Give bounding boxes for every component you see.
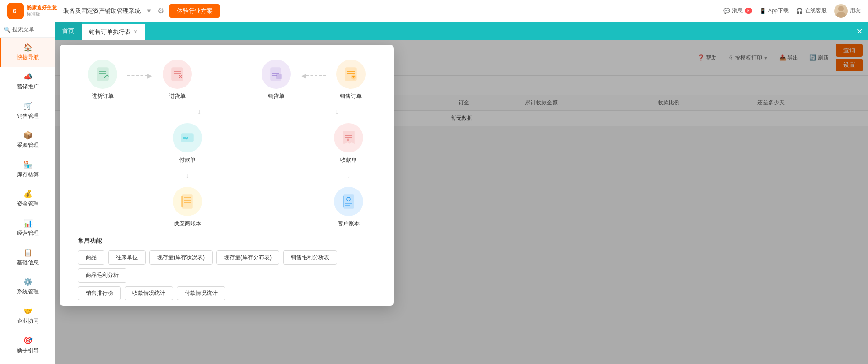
flow-row-arrows2: ↓ ↓ [78, 171, 376, 179]
sales-order-circle [336, 60, 366, 89]
arrow-1: ▶ [127, 72, 152, 79]
purchase-order-circle [88, 60, 117, 89]
sales-bill-circle [262, 60, 291, 89]
flow-modal: 进货订单 ▶ [60, 45, 394, 306]
sidebar-item-operations[interactable]: 📊 经营管理 [0, 213, 55, 243]
svg-rect-8 [172, 68, 183, 81]
sidebar-item-quick-nav[interactable]: 🏠 快捷导航 [0, 38, 55, 67]
trial-btn[interactable]: 体验行业方案 [169, 4, 220, 18]
message-icon: 💬 [723, 8, 730, 14]
svg-rect-36 [344, 195, 354, 208]
basic-icon: 📋 [23, 248, 33, 257]
func-btn-0[interactable]: 商品 [78, 250, 104, 265]
svg-text:6: 6 [13, 7, 16, 15]
logo-icon: 6 [7, 3, 24, 19]
message-badge: 5 [745, 8, 752, 14]
logo-area: 6 畅康通好生意 标准版 [7, 3, 58, 19]
modal-overlay: 进货订单 ▶ [55, 40, 868, 364]
sidebar-item-inventory[interactable]: 🏪 库存核算 [0, 155, 55, 184]
app-container: 6 畅康通好生意 标准版 装备及固定资产辅助管理系统 ▼ ⚙ 体验行业方案 💬 … [0, 0, 868, 364]
func-btn-8[interactable]: 付款情况统计 [177, 286, 225, 300]
finance-icon: 💰 [23, 190, 33, 198]
func-btn-7[interactable]: 收款情况统计 [125, 286, 173, 300]
settings-icon[interactable]: ⚙ [158, 6, 164, 15]
sidebar-item-system[interactable]: ⚙️ 系统管理 [0, 272, 55, 301]
sidebar-item-enterprise[interactable]: 🤝 企业协同 [0, 301, 55, 331]
down-arrow-3: ↓ [160, 171, 214, 179]
sidebar-item-newbie[interactable]: 🎯 新手引导 [0, 331, 55, 360]
func-buttons-2: 销售排行榜 收款情况统计 付款情况统计 [78, 286, 376, 300]
customer-ledger-node[interactable]: 客户账本 [322, 187, 376, 228]
receipt-circle: ¥ [334, 123, 363, 152]
svg-text:¥: ¥ [346, 137, 349, 142]
dropdown-arrow-icon[interactable]: ▼ [146, 7, 152, 14]
func-buttons: 商品 往来单位 现存量(库存状况表) 现存量(库存分布表) 销售毛利分析表 商品… [78, 250, 376, 283]
payment-circle: ¥ [173, 123, 202, 152]
svg-point-3 [836, 12, 846, 18]
main-area: 🔍 搜索菜单 🏠 快捷导航 📣 营销推广 🛒 销售管理 📦 采购管理 🏪 [0, 22, 868, 364]
sales-icon: 🛒 [23, 102, 33, 110]
svg-rect-37 [343, 196, 344, 207]
online-service-link[interactable]: 🎧 在线客服 [796, 7, 827, 15]
sidebar-item-sales[interactable]: 🛒 销售管理 [0, 96, 55, 125]
app-download-link[interactable]: 📱 App下载 [759, 7, 789, 15]
flow-row-2: ¥ 付款单 [78, 123, 376, 164]
func-btn-3[interactable]: 现存量(库存分布表) [216, 250, 279, 265]
tab-close-icon[interactable]: ✕ [133, 29, 138, 35]
close-all-tabs-icon[interactable]: ✕ [851, 27, 868, 36]
sidebar: 🔍 搜索菜单 🏠 快捷导航 📣 营销推广 🛒 销售管理 📦 采购管理 🏪 [0, 22, 55, 364]
purchase-bill-circle [163, 60, 192, 89]
page-content: ❓ 帮助 🖨 按模板打印 ▼ 📤 导出 🔄 刷新 [55, 40, 868, 364]
message-link[interactable]: 💬 消息 5 [723, 7, 752, 15]
common-functions-title: 常用功能 [78, 237, 376, 245]
purchase-bill-node[interactable]: 进货单 [153, 60, 202, 100]
download-icon: 📱 [759, 8, 766, 14]
logo-text: 畅康通好生意 标准版 [27, 4, 57, 17]
down-arrow-2: ↓ [309, 108, 364, 116]
enterprise-icon: 🤝 [23, 307, 33, 315]
modal-content: 进货订单 ▶ [60, 45, 394, 306]
func-btn-5[interactable]: 商品毛利分析 [78, 268, 126, 283]
func-btn-6[interactable]: 销售排行榜 [78, 286, 121, 300]
down-arrow-4: ↓ [322, 171, 376, 179]
content-area: 首页 销售订单执行表 ✕ ✕ ❓ 帮助 [55, 22, 868, 364]
svg-text:¥: ¥ [186, 136, 188, 141]
tab-sales-order-exec[interactable]: 销售订单执行表 ✕ [82, 24, 145, 40]
flow-row-3: 供应商账本 [78, 187, 376, 228]
arrow-2: ◀ [301, 72, 326, 79]
sales-bill-node[interactable]: 销货单 [251, 60, 301, 100]
purchase-icon: 📦 [23, 131, 33, 140]
search-menu[interactable]: 🔍 搜索菜单 [0, 22, 55, 38]
common-functions: 常用功能 商品 往来单位 现存量(库存状况表) 现存量(库存分布表) 销售毛利分… [78, 237, 376, 300]
supplier-ledger-circle [173, 187, 202, 216]
svg-rect-16 [276, 74, 282, 79]
flow-section: 进货订单 ▶ [78, 60, 376, 228]
sidebar-item-basic[interactable]: 📋 基础信息 [0, 243, 55, 272]
sales-order-node[interactable]: 销售订单 [326, 60, 376, 100]
marketing-icon: 📣 [23, 72, 33, 81]
customer-ledger-circle [334, 187, 363, 216]
func-btn-2[interactable]: 现存量(库存状况表) [149, 250, 213, 265]
sidebar-item-marketing[interactable]: 📣 营销推广 [0, 67, 55, 96]
home-icon: 🏠 [23, 43, 33, 52]
supplier-ledger-node[interactable]: 供应商账本 [160, 187, 214, 228]
down-arrow-1: ↓ [172, 108, 227, 116]
receipt-node[interactable]: ¥ 收款单 [322, 123, 376, 164]
tab-home[interactable]: 首页 [55, 22, 82, 40]
payment-node[interactable]: ¥ 付款单 [160, 123, 214, 164]
func-btn-1[interactable]: 往来单位 [108, 250, 146, 265]
avatar [834, 4, 848, 18]
headset-icon: 🎧 [796, 8, 803, 14]
tab-bar-right: ✕ [851, 27, 868, 36]
search-icon: 🔍 [4, 27, 11, 33]
user-menu[interactable]: 用友 [834, 4, 861, 18]
sidebar-item-finance[interactable]: 💰 资金管理 [0, 184, 55, 213]
sidebar-item-purchase[interactable]: 📦 采购管理 [0, 125, 55, 155]
top-bar: 6 畅康通好生意 标准版 装备及固定资产辅助管理系统 ▼ ⚙ 体验行业方案 💬 … [0, 0, 868, 22]
tab-bar: 首页 销售订单执行表 ✕ ✕ [55, 22, 868, 40]
func-btn-4[interactable]: 销售毛利分析表 [283, 250, 337, 265]
flow-row-1: 进货订单 ▶ [78, 60, 376, 100]
svg-point-2 [838, 6, 844, 11]
flow-row-arrows: ↓ ↓ [78, 108, 376, 116]
purchase-order-node[interactable]: 进货订单 [78, 60, 127, 100]
